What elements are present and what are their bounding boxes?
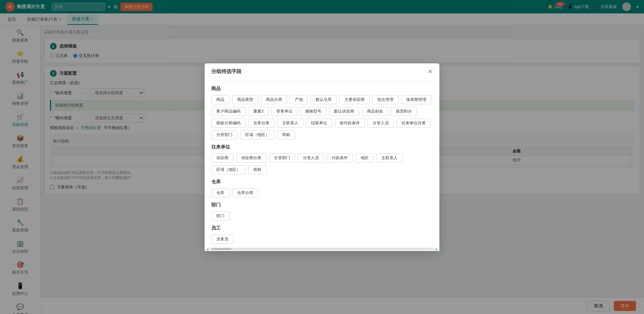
field-tag[interactable]: 付款条件 [327, 153, 353, 163]
modal-title: 分组待选字段 [211, 68, 241, 75]
field-tag[interactable]: 默认仓库 [311, 95, 337, 104]
field-tag[interactable]: 分管人员 [298, 153, 324, 163]
warehouse-field-tags: 仓库仓库分类 [211, 188, 433, 197]
modal-overlay[interactable]: 分组待选字段 ✕ 商品 商品商品类型商品分类产地默认仓库主要供应商批次管理保质期… [0, 0, 644, 314]
field-tag[interactable]: 仓库 [211, 188, 229, 197]
field-tag[interactable]: 主要供应商 [339, 95, 370, 104]
field-tag[interactable]: 商品 [211, 95, 229, 104]
field-tag[interactable]: 分管部门 [211, 130, 237, 139]
field-tag[interactable]: 结算单位 [306, 119, 332, 128]
field-tag[interactable]: 保质期管理 [401, 95, 431, 104]
hscroll-thumb[interactable] [211, 248, 231, 250]
field-tag[interactable]: 区域（地区） [211, 165, 246, 174]
partners-field-tags: 供应商供应商分类分管部门分管人员付款条件地区主联系人区域（地区）简称 [211, 153, 433, 174]
field-select-modal: 分组待选字段 ✕ 商品 商品商品类型商品分类产地默认仓库主要供应商批次管理保质期… [205, 63, 439, 251]
field-tag[interactable]: 区域（地区） [240, 130, 274, 139]
hscroll-track[interactable] [210, 248, 434, 250]
section-title-employee: 员工 [211, 225, 433, 231]
field-tag[interactable]: 产地 [290, 95, 308, 104]
modal-close-button[interactable]: ✕ [428, 68, 433, 75]
field-tag[interactable]: 主联系人 [277, 119, 303, 128]
field-tag[interactable]: 分管部门 [269, 153, 295, 163]
field-tag[interactable]: 拣货积分 [391, 107, 417, 116]
field-tag[interactable]: 仓库分类 [248, 119, 274, 128]
modal-horizontal-scrollbar[interactable]: ◀ ▶ [205, 247, 439, 251]
modal-header: 分组待选字段 ✕ [205, 63, 439, 80]
field-tag[interactable]: 商品别名 [362, 107, 388, 116]
field-tag[interactable]: 地区 [356, 153, 374, 163]
field-tag[interactable]: 简称 [248, 165, 266, 174]
field-tag[interactable]: 简称 [277, 130, 295, 139]
field-tag[interactable]: 批次管理 [372, 95, 398, 104]
field-tag[interactable]: 供应商分类 [236, 153, 266, 163]
field-tag[interactable]: 规格型号 [300, 107, 326, 116]
field-tag[interactable]: 业务员 [211, 235, 233, 244]
field-tag[interactable]: 税收分类编码 [211, 119, 246, 128]
field-tag[interactable]: 部门 [211, 211, 229, 221]
employee-field-tags: 业务员 [211, 235, 433, 244]
field-tag[interactable]: 零售单位 [271, 107, 298, 116]
field-tag[interactable]: 重量3 [248, 107, 269, 116]
goods-field-tags: 商品商品类型商品分类产地默认仓库主要供应商批次管理保质期管理客户商品编码重量3零… [211, 95, 433, 139]
modal-body: 商品 商品商品类型商品分类产地默认仓库主要供应商批次管理保质期管理客户商品编码重… [205, 80, 439, 247]
section-title-warehouse: 仓库 [211, 179, 433, 185]
field-tag[interactable]: 商品类型 [232, 95, 258, 104]
field-tag[interactable]: 主联系人 [376, 153, 402, 163]
field-tag[interactable]: 客户商品编码 [211, 107, 246, 116]
field-tag[interactable]: 收付款条件 [335, 119, 365, 128]
field-tag[interactable]: 默认供应商 [329, 107, 359, 116]
field-tag[interactable]: 商品分类 [261, 95, 287, 104]
section-title-department: 部门 [211, 202, 433, 208]
section-title-goods: 商品 [211, 86, 433, 92]
section-title-partners: 往来单位 [211, 144, 433, 150]
field-tag[interactable]: 仓库分类 [232, 188, 258, 197]
field-tag[interactable]: 往来单位分类 [396, 119, 431, 128]
department-field-tags: 部门 [211, 211, 433, 221]
field-tag[interactable]: 分管人员 [368, 119, 394, 128]
field-tag[interactable]: 供应商 [211, 153, 233, 163]
